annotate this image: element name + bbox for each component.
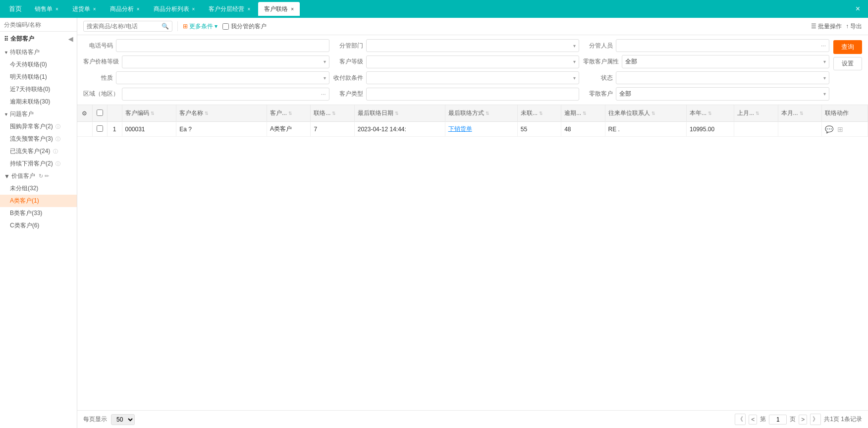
- close-tab-purchase[interactable]: ×: [93, 6, 96, 12]
- close-tab-analysis-list[interactable]: ×: [192, 6, 195, 12]
- tab-analysis[interactable]: 商品分析 ×: [104, 2, 146, 16]
- refresh-icon[interactable]: ↻: [39, 173, 43, 179]
- status-select[interactable]: ▾: [616, 71, 829, 84]
- sidebar-item-7days[interactable]: 近7天待联络(0): [0, 83, 77, 96]
- th-this-month[interactable]: 本月... ⇅: [778, 105, 821, 122]
- my-customers-checkbox[interactable]: 我分管的客户: [222, 22, 267, 31]
- th-last-date[interactable]: 最后联络日期 ⇅: [354, 105, 445, 122]
- dept-select[interactable]: ▾: [366, 39, 580, 52]
- last-method-link[interactable]: 下销货单: [448, 125, 472, 132]
- close-tab-customer-segment[interactable]: ×: [247, 6, 250, 12]
- export-button[interactable]: ↑ 导出: [846, 22, 862, 31]
- sort-contact-icon: ⇅: [332, 111, 336, 116]
- tab-customer-segment[interactable]: 客户分层经营 ×: [203, 2, 256, 16]
- sidebar-all-customers[interactable]: ⠿ 全部客户 ◀: [0, 32, 77, 46]
- close-tab-sales[interactable]: ×: [55, 6, 58, 12]
- filter-more-btn[interactable]: ⊞ 更多条件 ▾: [183, 22, 217, 31]
- action-grid-icon[interactable]: ⊞: [837, 125, 843, 133]
- th-last-method[interactable]: 最后联络方式 ⇅: [445, 105, 517, 122]
- th-gear[interactable]: ⚙: [77, 105, 92, 122]
- tab-customer-contact[interactable]: 客户联络 ×: [258, 2, 300, 16]
- td-checkbox[interactable]: [92, 122, 107, 137]
- sidebar-search-input[interactable]: [4, 21, 77, 28]
- customer-level-select[interactable]: ▾: [366, 55, 580, 68]
- sidebar-item-c-class[interactable]: C类客户(6): [0, 219, 77, 232]
- filter-cell-dept: 分管部门 ▾: [333, 39, 580, 52]
- sidebar-group-pending[interactable]: ▼ 待联络客户: [0, 46, 77, 58]
- sort-last-month-icon: ⇅: [756, 111, 760, 116]
- filter-row-1: 电话号码 分管部门 ▾ 分管人员: [83, 39, 829, 52]
- customer-type-label: 客户类型: [333, 90, 363, 98]
- sidebar-item-churned[interactable]: 已流失客户(24) ⓘ: [0, 145, 77, 158]
- prev-page-btn[interactable]: <: [749, 415, 757, 425]
- person-select[interactable]: ···: [616, 39, 829, 52]
- sidebar-group-problem[interactable]: ▼ 问题客户: [0, 108, 77, 120]
- sidebar-collapse-btn[interactable]: ◀: [68, 36, 73, 43]
- th-contact[interactable]: 联络... ⇅: [311, 105, 354, 122]
- dept-caret-icon: ▾: [573, 43, 576, 49]
- retail-customer-select[interactable]: 全部 ▾: [616, 87, 829, 101]
- sidebar-item-today[interactable]: 今天待联络(0): [0, 58, 77, 71]
- app-close-button[interactable]: ×: [852, 4, 864, 13]
- close-tab-analysis[interactable]: ×: [137, 6, 140, 12]
- tab-analysis-list[interactable]: 商品分析列表 ×: [148, 2, 201, 16]
- filter-actions: ☰ 批量操作 ↑ 导出: [811, 22, 862, 31]
- edit-icon[interactable]: ✏: [45, 173, 49, 179]
- retail-attr-select[interactable]: 全部 ▾: [622, 55, 829, 68]
- nav-home[interactable]: 首页: [4, 4, 27, 13]
- first-page-btn[interactable]: 《: [735, 414, 746, 425]
- td-last-method[interactable]: 下销货单: [445, 122, 517, 137]
- select-all-checkbox[interactable]: [97, 109, 103, 116]
- action-chat-icon[interactable]: 💬: [825, 125, 833, 133]
- info-icon-hoard: ⓘ: [55, 124, 60, 129]
- advanced-filter: 电话号码 分管部门 ▾ 分管人员: [77, 35, 868, 105]
- sidebar-item-a-class[interactable]: A类客户(1): [0, 195, 77, 207]
- th-code[interactable]: 客户编码 ⇅: [122, 105, 176, 122]
- th-name[interactable]: 客户名称 ⇅: [176, 105, 267, 122]
- tab-purchase[interactable]: 进货单 ×: [66, 2, 102, 16]
- price-level-select[interactable]: ▾: [122, 55, 329, 68]
- th-no-contact[interactable]: 未联... ⇅: [517, 105, 561, 122]
- last-page-btn[interactable]: 》: [810, 414, 821, 425]
- info-icon-churn-warning: ⓘ: [55, 136, 60, 142]
- customer-level-label: 客户等级: [333, 57, 363, 66]
- my-customers-check-input[interactable]: [222, 23, 229, 30]
- info-icon-declining: ⓘ: [55, 161, 60, 166]
- price-level-label: 客户价格等级: [83, 57, 119, 66]
- sidebar-item-hoard[interactable]: 囤购异常客户(2) ⓘ: [0, 120, 77, 133]
- th-type[interactable]: 客户... ⇅: [267, 105, 311, 122]
- phone-input[interactable]: [116, 39, 329, 52]
- tab-sales[interactable]: 销售单 ×: [29, 2, 64, 16]
- sidebar-item-ungroup[interactable]: 未分组(32): [0, 182, 77, 195]
- sidebar-item-overdue[interactable]: 逾期未联络(30): [0, 96, 77, 108]
- th-this-year[interactable]: 本年... ⇅: [687, 105, 734, 122]
- customer-type-input[interactable]: [366, 88, 580, 101]
- page-input[interactable]: [769, 415, 787, 425]
- sidebar-item-b-class[interactable]: B类客户(33): [0, 207, 77, 219]
- filter-cell-nature: 性质 ▾: [83, 71, 329, 84]
- sidebar-item-churn-warning[interactable]: 流失预警客户(3) ⓘ: [0, 133, 77, 145]
- th-checkbox[interactable]: [92, 105, 107, 122]
- page-size-select[interactable]: 50: [111, 414, 135, 425]
- sidebar-group-value[interactable]: ▼ 价值客户 ↻ ✏: [0, 170, 77, 182]
- setting-button[interactable]: 设置: [833, 57, 862, 70]
- td-this-month: [778, 122, 821, 137]
- sidebar-item-declining[interactable]: 持续下滑客户(2) ⓘ: [0, 158, 77, 170]
- batch-op-button[interactable]: ☰ 批量操作: [811, 22, 842, 31]
- th-overdue[interactable]: 逾期... ⇅: [561, 105, 605, 122]
- filter-cell-price-level: 客户价格等级 ▾: [83, 55, 329, 68]
- nature-select[interactable]: ▾: [116, 71, 329, 84]
- region-select[interactable]: ···: [122, 88, 329, 101]
- th-unit-contact[interactable]: 往来单位联系人 ⇅: [605, 105, 687, 122]
- td-contact: 7: [311, 122, 354, 137]
- sidebar-item-tomorrow[interactable]: 明天待联络(1): [0, 71, 77, 83]
- filter-search-container: 🔍: [83, 21, 172, 32]
- th-last-month[interactable]: 上月... ⇅: [734, 105, 778, 122]
- payment-select[interactable]: ▾: [366, 71, 580, 84]
- region-dots-icon: ···: [321, 91, 326, 98]
- filter-search-input[interactable]: [87, 23, 160, 30]
- close-tab-customer-contact[interactable]: ×: [291, 6, 294, 12]
- row-checkbox[interactable]: [97, 125, 103, 132]
- next-page-btn[interactable]: >: [799, 415, 807, 425]
- query-button[interactable]: 查询: [833, 40, 862, 54]
